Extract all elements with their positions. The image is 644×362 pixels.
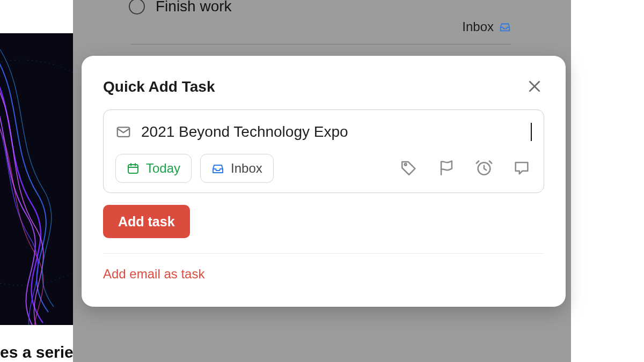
- mail-icon: [115, 124, 131, 140]
- row-divider: [131, 44, 511, 45]
- close-icon: [526, 78, 543, 96]
- task-action-icons: [399, 158, 532, 179]
- task-checkbox[interactable]: [129, 0, 145, 14]
- label-button[interactable]: [399, 158, 419, 179]
- text-caret: [531, 123, 532, 141]
- task-title: Finish work: [156, 0, 232, 15]
- left-column: es a series: [0, 0, 73, 362]
- comment-button[interactable]: [511, 158, 532, 179]
- task-input-card: Today Inbox: [103, 109, 544, 193]
- close-button[interactable]: [525, 77, 544, 97]
- chip-row: Today Inbox: [115, 154, 532, 183]
- background-project-badge[interactable]: Inbox: [462, 19, 511, 34]
- submit-row: Add task: [103, 205, 544, 238]
- priority-button[interactable]: [436, 158, 457, 179]
- reminder-button[interactable]: [474, 158, 494, 179]
- project-label: Inbox: [462, 19, 494, 34]
- calendar-icon: [127, 162, 140, 175]
- comment-icon: [513, 159, 531, 179]
- due-date-chip[interactable]: Today: [115, 154, 192, 183]
- quick-add-task-modal: Quick Add Task Today: [82, 56, 566, 307]
- task-input-row: [115, 120, 532, 145]
- article-thumbnail: [0, 33, 73, 325]
- right-gutter: [571, 0, 594, 362]
- svg-rect-5: [128, 165, 138, 173]
- inbox-tray-icon: [499, 21, 511, 33]
- add-task-label: Add task: [118, 214, 175, 230]
- add-email-as-task-link[interactable]: Add email as task: [103, 267, 204, 282]
- divider: [103, 253, 544, 254]
- tag-icon: [400, 159, 418, 179]
- alarm-icon: [475, 159, 493, 179]
- add-task-button[interactable]: Add task: [103, 205, 190, 238]
- due-date-label: Today: [146, 161, 180, 176]
- modal-header: Quick Add Task: [103, 77, 544, 97]
- article-headline-fragment: es a series: [0, 343, 82, 361]
- background-task-row: Finish work: [129, 0, 232, 15]
- inbox-tray-icon: [211, 162, 224, 175]
- task-name-input[interactable]: [141, 123, 523, 141]
- project-chip[interactable]: Inbox: [200, 154, 274, 183]
- flag-icon: [437, 159, 456, 179]
- far-right-gutter: [594, 0, 644, 362]
- svg-point-9: [405, 163, 407, 165]
- modal-title: Quick Add Task: [103, 78, 215, 95]
- project-chip-label: Inbox: [231, 161, 262, 176]
